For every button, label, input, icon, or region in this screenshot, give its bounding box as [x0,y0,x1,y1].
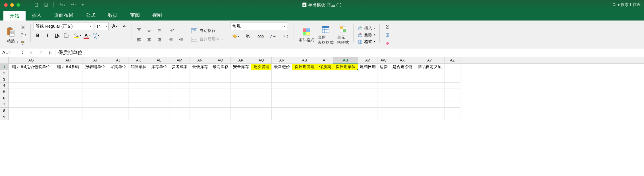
cell-AL6[interactable] [149,95,169,101]
cell-AV6[interactable] [358,95,377,101]
name-box[interactable]: AU1 ▲▼ [0,48,26,57]
cell-AH5[interactable] [54,89,82,95]
cell-AK6[interactable] [128,95,149,101]
cell-AQ7[interactable] [251,101,272,108]
cell-AY3[interactable] [415,76,444,83]
cell-AR9[interactable] [272,114,292,120]
row-header-6[interactable]: 6 [0,95,9,101]
cell-AI6[interactable] [82,95,108,101]
cell-AW7[interactable] [377,101,390,108]
phonetic-guide-button[interactable]: abcA▾ [92,32,100,39]
cell-AT3[interactable] [317,76,333,83]
search-sheets[interactable]: ▾ 搜索工作表 [612,2,641,7]
cell-AJ4[interactable] [108,83,128,89]
cell-AM8[interactable] [169,108,190,114]
cell-AZ2[interactable] [444,70,460,76]
cell-AX2[interactable] [390,70,415,76]
cell-AS8[interactable] [292,108,317,114]
number-format-select[interactable]: 常规▾ [230,22,287,30]
cell-AW9[interactable] [377,114,390,120]
cell-AM1[interactable]: 参考成本 [169,64,190,70]
cell-AN8[interactable] [190,108,210,114]
cell-AX1[interactable]: 是否走冻链 [390,64,415,70]
column-header-AJ[interactable]: AJ [108,57,128,64]
cell-AN9[interactable] [190,114,210,120]
cell-AV3[interactable] [358,76,377,83]
cell-AL8[interactable] [149,108,169,114]
column-header-AY[interactable]: AY [415,57,444,64]
cell-AV7[interactable] [358,101,377,108]
cell-AS5[interactable] [292,89,317,95]
font-grow-button[interactable]: A▴ [110,22,119,30]
cell-AO7[interactable] [210,101,231,108]
column-header-AK[interactable]: AK [128,57,149,64]
cell-AQ5[interactable] [251,89,272,95]
column-header-AG[interactable]: AG [9,57,54,64]
borders-button[interactable]: ▾ [63,32,71,39]
cell-AP6[interactable] [231,95,251,101]
cell-AO2[interactable] [210,70,231,76]
cell-AR8[interactable] [272,108,292,114]
cell-AZ9[interactable] [444,114,460,120]
cell-AJ6[interactable] [108,95,128,101]
column-header-AH[interactable]: AH [54,57,82,64]
cell-AW3[interactable] [377,76,390,83]
cell-AW6[interactable] [377,95,390,101]
redo-button[interactable]: ▾ [70,3,76,7]
cell-AN7[interactable] [190,101,210,108]
cell-AG5[interactable] [9,89,54,95]
cell-AQ6[interactable] [251,95,272,101]
cell-AR3[interactable] [272,76,292,83]
column-header-AZ[interactable]: AZ [444,57,460,64]
cell-AH1[interactable]: 辅计量4条码 [54,64,82,70]
cell-AJ8[interactable] [108,108,128,114]
tab-data[interactable]: 数据 [102,10,124,21]
cell-AG8[interactable] [9,108,54,114]
cell-AZ6[interactable] [444,95,460,101]
cell-AX6[interactable] [390,95,415,101]
cell-AO6[interactable] [210,95,231,101]
cell-AK4[interactable] [128,83,149,89]
column-header-AO[interactable]: AO [210,57,231,64]
cell-AX4[interactable] [390,83,415,89]
cell-AR4[interactable] [272,83,292,89]
column-header-AL[interactable]: AL [149,57,169,64]
cell-AL1[interactable]: 库存单位 [149,64,169,70]
cell-AS3[interactable] [292,76,317,83]
cell-AM2[interactable] [169,70,190,76]
cell-AG9[interactable] [9,114,54,120]
cell-AX5[interactable] [390,89,415,95]
cell-styles-button[interactable]: 单元 格样式 [335,24,351,46]
cell-AJ2[interactable] [108,70,128,76]
cell-AS4[interactable] [292,83,317,89]
cell-AP1[interactable]: 安全库存 [231,64,251,70]
autosave-icon[interactable] [34,3,39,7]
cell-AV4[interactable] [358,83,377,89]
format-cells-button[interactable]: 格式▾ [358,39,376,45]
cell-AO3[interactable] [210,76,231,83]
cell-AK8[interactable] [128,108,149,114]
column-header-AM[interactable]: AM [169,57,190,64]
cell-AZ3[interactable] [444,76,460,83]
percent-button[interactable]: % [243,32,254,40]
cell-AQ1[interactable]: 批次管理 [251,64,272,70]
cell-AN3[interactable] [190,76,210,83]
row-header-1[interactable]: 1 [0,64,9,70]
formula-input[interactable] [55,50,644,56]
column-header-AN[interactable]: AN [190,57,210,64]
cell-AK1[interactable]: 销售单位 [128,64,149,70]
cell-AR6[interactable] [272,95,292,101]
cell-AQ8[interactable] [251,108,272,114]
cell-AS9[interactable] [292,114,317,120]
cell-AM7[interactable] [169,101,190,108]
copy-button[interactable]: ▾ [19,32,27,38]
cell-AM6[interactable] [169,95,190,101]
cell-AH6[interactable] [54,95,82,101]
cell-AK2[interactable] [128,70,149,76]
name-box-down[interactable]: ▼ [22,53,24,55]
autosum-button[interactable]: Σ [384,24,391,30]
cell-AV9[interactable] [358,114,377,120]
column-header-AS[interactable]: AS [292,57,317,64]
cell-AQ9[interactable] [251,114,272,120]
cell-AQ4[interactable] [251,83,272,89]
